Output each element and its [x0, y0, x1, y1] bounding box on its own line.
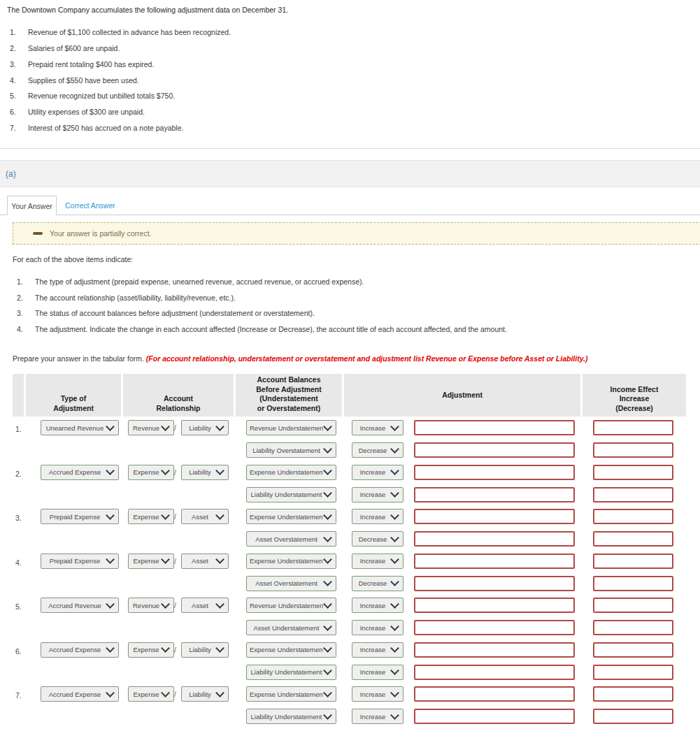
- change-direction-value: Decrease: [352, 447, 390, 454]
- account-title-input[interactable]: [414, 554, 575, 569]
- balance-status-value: Expense Understatement: [247, 513, 323, 521]
- account-title-input[interactable]: [414, 642, 575, 658]
- chevron-down-icon: [323, 555, 332, 564]
- amount-input[interactable]: [593, 442, 673, 458]
- account-title-input[interactable]: [414, 487, 575, 502]
- balance-status-select[interactable]: Expense Understatement: [246, 509, 336, 524]
- amount-input[interactable]: [593, 686, 673, 702]
- change-direction-value: Increase: [352, 468, 390, 476]
- balance-status-value: Liability Understatement: [247, 491, 323, 498]
- balance-status-value: Liability Understatement: [247, 668, 323, 676]
- balance-status-select[interactable]: Revenue Understatement: [246, 598, 336, 613]
- change-direction-select[interactable]: Decrease: [352, 442, 403, 458]
- chevron-down-icon: [390, 422, 399, 431]
- chevron-down-icon: [390, 444, 399, 454]
- change-direction-select[interactable]: Increase: [352, 642, 403, 658]
- change-direction-value: Increase: [352, 624, 390, 632]
- account-title-input[interactable]: [414, 709, 575, 724]
- chevron-down-icon: [390, 466, 399, 475]
- balance-status-value: Expense Understatement: [247, 468, 323, 476]
- amount-input[interactable]: [593, 665, 673, 680]
- balance-status-select[interactable]: Asset Understatement: [246, 620, 336, 635]
- balance-status-select[interactable]: Expense Understatement: [246, 642, 336, 658]
- answer-line: Asset Overstatement Decrease: [0, 576, 700, 591]
- account-title-input[interactable]: [414, 420, 575, 435]
- chevron-down-icon: [390, 600, 399, 609]
- balance-status-value: Liability Understatement: [247, 713, 323, 721]
- chevron-down-icon: [390, 489, 399, 498]
- chevron-down-icon: [390, 511, 399, 520]
- answer-line: Revenue Understatement Increase: [0, 420, 700, 435]
- amount-input[interactable]: [593, 642, 673, 658]
- answer-line: Liability Overstatement Decrease: [0, 442, 700, 458]
- change-direction-value: Increase: [352, 513, 390, 521]
- change-direction-select[interactable]: Increase: [352, 509, 403, 524]
- account-title-input[interactable]: [414, 509, 575, 524]
- answer-line: Liability Understatement Increase: [0, 665, 700, 680]
- chevron-down-icon: [390, 666, 399, 675]
- chevron-down-icon: [390, 577, 399, 586]
- change-direction-select[interactable]: Increase: [352, 487, 403, 502]
- balance-status-value: Asset Understatement: [247, 624, 323, 632]
- balance-status-select[interactable]: Asset Overstatement: [246, 576, 336, 591]
- balance-status-select[interactable]: Liability Understatement: [246, 487, 336, 502]
- tab-your-answer[interactable]: Your Answer: [7, 196, 57, 215]
- balance-status-value: Revenue Understatement: [247, 602, 323, 609]
- answer-line: Expense Understatement Increase: [0, 554, 700, 569]
- table-row: 7. Accrued Expense Expense / Liability E…: [0, 686, 700, 724]
- balance-status-select[interactable]: Revenue Understatement: [246, 420, 336, 435]
- chevron-down-icon: [323, 644, 332, 653]
- account-title-input[interactable]: [414, 620, 575, 635]
- amount-input[interactable]: [593, 531, 673, 547]
- balance-status-value: Expense Understatement: [247, 690, 323, 698]
- amount-input[interactable]: [593, 598, 673, 613]
- change-direction-select[interactable]: Increase: [352, 686, 403, 702]
- change-direction-select[interactable]: Increase: [352, 420, 403, 435]
- amount-input[interactable]: [593, 554, 673, 569]
- amount-input[interactable]: [593, 465, 673, 480]
- balance-status-select[interactable]: Asset Overstatement: [246, 531, 336, 547]
- balance-status-select[interactable]: Expense Understatement: [246, 554, 336, 569]
- change-direction-select[interactable]: Increase: [352, 620, 403, 635]
- account-title-input[interactable]: [414, 686, 575, 702]
- change-direction-value: Increase: [352, 424, 390, 432]
- change-direction-select[interactable]: Decrease: [352, 531, 403, 547]
- chevron-down-icon: [390, 644, 399, 653]
- change-direction-select[interactable]: Increase: [352, 465, 403, 480]
- amount-input[interactable]: [593, 420, 673, 435]
- balance-status-value: Asset Overstatement: [247, 535, 323, 543]
- answer-line: Expense Understatement Increase: [0, 642, 700, 658]
- account-title-input[interactable]: [414, 576, 575, 591]
- account-title-input[interactable]: [414, 598, 575, 613]
- amount-input[interactable]: [593, 620, 673, 635]
- change-direction-select[interactable]: Increase: [352, 598, 403, 613]
- change-direction-select[interactable]: Increase: [352, 554, 403, 569]
- chevron-down-icon: [323, 422, 332, 431]
- account-title-input[interactable]: [414, 665, 575, 680]
- chevron-down-icon: [390, 533, 399, 542]
- change-direction-select[interactable]: Increase: [352, 665, 403, 680]
- balance-status-select[interactable]: Liability Understatement: [246, 665, 336, 680]
- change-direction-select[interactable]: Increase: [352, 709, 403, 724]
- account-title-input[interactable]: [414, 531, 575, 547]
- change-direction-value: Increase: [352, 713, 390, 721]
- table-row: 1. Unearned Revenue Revenue / Liability …: [0, 420, 700, 458]
- amount-input[interactable]: [593, 509, 673, 524]
- answer-line: Expense Understatement Increase: [0, 686, 700, 702]
- balance-status-select[interactable]: Expense Understatement: [246, 686, 336, 702]
- balance-status-select[interactable]: Liability Overstatement: [246, 442, 336, 458]
- balance-status-value: Expense Understatement: [247, 557, 323, 565]
- amount-input[interactable]: [593, 487, 673, 502]
- account-title-input[interactable]: [414, 465, 575, 480]
- amount-input[interactable]: [593, 576, 673, 591]
- balance-status-select[interactable]: Expense Understatement: [246, 465, 336, 480]
- account-title-input[interactable]: [414, 442, 575, 458]
- answer-line: Asset Overstatement Decrease: [0, 531, 700, 547]
- change-direction-value: Decrease: [352, 535, 390, 543]
- answer-line: Asset Understatement Increase: [0, 620, 700, 635]
- change-direction-value: Increase: [352, 602, 390, 609]
- amount-input[interactable]: [593, 709, 673, 724]
- change-direction-select[interactable]: Decrease: [352, 576, 403, 591]
- balance-status-select[interactable]: Liability Understatement: [246, 709, 336, 724]
- answer-line: Expense Understatement Increase: [0, 509, 700, 524]
